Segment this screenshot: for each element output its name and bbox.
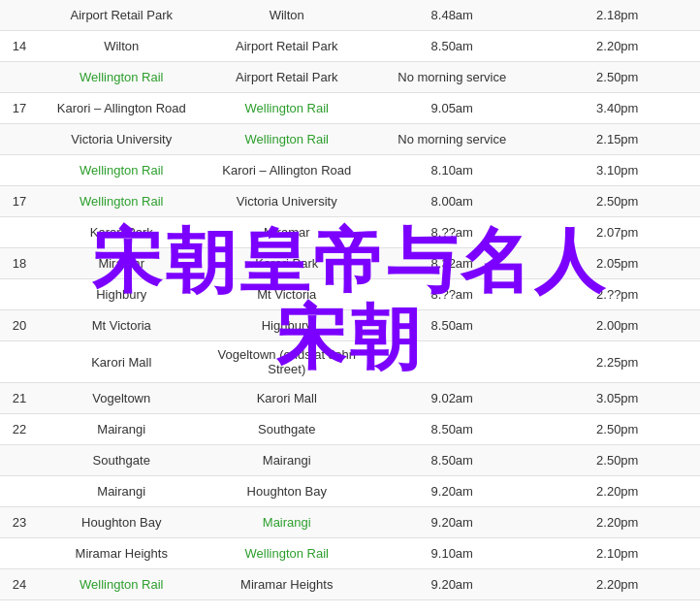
route-number: 23 — [0, 509, 39, 535]
afternoon-time: 2.18pm — [535, 2, 701, 28]
afternoon-time: 2.??pm — [535, 281, 701, 307]
morning-time: 8.50am — [369, 447, 535, 473]
morning-time: 8.??am — [369, 219, 535, 245]
afternoon-time: 2.20pm — [535, 571, 701, 598]
from-stop: Mt Victoria — [39, 312, 205, 339]
table-row: Victoria UniversityWellington RailNo mor… — [0, 124, 700, 155]
afternoon-time: 2.15pm — [535, 126, 701, 152]
to-stop: Mairangi — [205, 447, 370, 473]
from-stop: Houghton Bay — [39, 509, 205, 535]
afternoon-time: 2.50pm — [535, 64, 701, 90]
morning-time: 9.10am — [369, 540, 535, 566]
to-stop: Wellington Rail — [205, 95, 370, 121]
to-stop: Miramar Heights — [205, 571, 370, 598]
to-stop: Karori – Allington Road — [205, 157, 370, 183]
from-stop: Airport Retail Park — [39, 2, 205, 28]
table-row: Miramar HeightsWellington Rail9.10am2.10… — [0, 538, 700, 569]
afternoon-time: 2.00pm — [535, 312, 701, 339]
route-number: 22 — [0, 416, 39, 442]
to-stop: Karori Park — [205, 250, 370, 276]
morning-time: No morning service — [369, 126, 535, 152]
morning-time: 9.20am — [369, 571, 535, 598]
morning-time — [369, 356, 535, 368]
from-stop: Miramar — [39, 250, 205, 276]
to-stop: Mt Victoria — [205, 281, 370, 307]
to-stop: Mairangi — [205, 509, 370, 535]
route-number — [0, 289, 39, 301]
morning-time: 8.10am — [369, 157, 535, 183]
morning-time: 8.00am — [369, 188, 535, 214]
table-row: Karori ParkMiramar8.??am2.07pm — [0, 217, 700, 248]
route-number — [0, 548, 39, 560]
morning-time: No morning service — [369, 64, 535, 90]
to-stop: Airport Retail Park — [205, 64, 370, 90]
table-row: 24Wellington RailMiramar Heights9.20am2.… — [0, 569, 700, 600]
route-number — [0, 134, 39, 145]
from-stop: Vogeltown — [39, 385, 205, 411]
afternoon-time: 3.05pm — [535, 385, 701, 411]
route-number — [0, 165, 39, 177]
to-stop: Miramar — [205, 219, 370, 245]
from-stop: Karori – Allington Road — [39, 95, 205, 121]
to-stop: Airport Retail Park — [205, 33, 370, 59]
afternoon-time: 2.50pm — [535, 416, 701, 442]
afternoon-time: 2.20pm — [535, 478, 701, 504]
morning-time: 8.48am — [369, 2, 535, 28]
afternoon-time: 2.50pm — [535, 447, 701, 473]
from-stop: Miramar Heights — [39, 540, 205, 566]
table-row: Airport Retail ParkWilton8.48am2.18pm — [0, 0, 700, 31]
to-stop: Houghton Bay — [205, 478, 370, 504]
from-stop: Karori Mall — [39, 349, 205, 375]
afternoon-time: 3.10pm — [535, 157, 701, 183]
route-number: 17 — [0, 95, 39, 121]
table-row: 23Houghton BayMairangi9.20am2.20pm — [0, 507, 700, 538]
table-row: 21VogeltownKarori Mall9.02am3.05pm — [0, 383, 700, 414]
table-row: 17Karori – Allington RoadWellington Rail… — [0, 93, 700, 124]
to-stop: Wilton — [205, 2, 370, 28]
route-number: 17 — [0, 188, 39, 214]
to-stop: Southgate — [205, 416, 370, 442]
to-stop: Wellington Rail — [205, 126, 370, 152]
table-row: SouthgateMairangi8.50am2.50pm — [0, 445, 700, 476]
morning-time: 8.??am — [369, 281, 535, 307]
morning-time: 8.50am — [369, 33, 535, 59]
table-row: 14WiltonAirport Retail Park8.50am2.20pm — [0, 31, 700, 62]
route-number — [0, 72, 39, 83]
morning-time: 8.32am — [369, 250, 535, 276]
morning-time: 8.50am — [369, 416, 535, 442]
table-row: 22MairangiSouthgate8.50am2.50pm — [0, 414, 700, 445]
afternoon-time: 2.07pm — [535, 219, 701, 245]
morning-time: 8.50am — [369, 312, 535, 339]
route-number: 20 — [0, 312, 39, 339]
morning-time: 9.20am — [369, 478, 535, 504]
afternoon-time: 2.10pm — [535, 540, 701, 566]
from-stop: Karori Park — [39, 219, 205, 245]
to-stop: Vogeltown (ends at John Street) — [205, 341, 370, 382]
route-number: 18 — [0, 250, 39, 276]
from-stop: Mairangi — [39, 416, 205, 442]
to-stop: Wellington Rail — [205, 540, 370, 566]
afternoon-time: 2.20pm — [535, 509, 701, 535]
table-row: 20Mt VictoriaHighbury8.50am2.00pm — [0, 310, 700, 341]
afternoon-time: 2.25pm — [535, 349, 701, 375]
timetable: Airport Retail ParkWilton8.48am2.18pm14W… — [0, 0, 700, 600]
route-number: 14 — [0, 33, 39, 59]
route-number: 24 — [0, 571, 39, 598]
table-row: MairangiHoughton Bay9.20am2.20pm — [0, 476, 700, 507]
route-number: 21 — [0, 385, 39, 411]
route-number — [0, 486, 39, 498]
afternoon-time: 2.05pm — [535, 250, 701, 276]
from-stop: Wellington Rail — [39, 571, 205, 598]
afternoon-time: 2.50pm — [535, 188, 701, 214]
to-stop: Victoria University — [205, 188, 370, 214]
table-row: Wellington RailKarori – Allington Road8.… — [0, 155, 700, 186]
route-number — [0, 455, 39, 467]
to-stop: Highbury — [205, 312, 370, 339]
to-stop: Karori Mall — [205, 385, 370, 411]
morning-time: 9.05am — [369, 95, 535, 121]
from-stop: Highbury — [39, 281, 205, 307]
from-stop: Wilton — [39, 33, 205, 59]
from-stop: Southgate — [39, 447, 205, 473]
morning-time: 9.02am — [369, 385, 535, 411]
route-number — [0, 356, 39, 368]
